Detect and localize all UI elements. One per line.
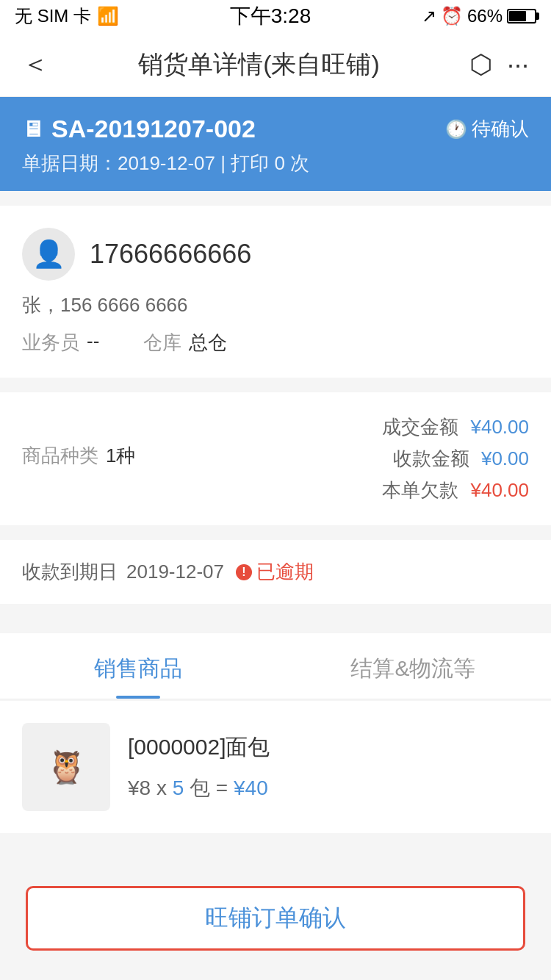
avatar: 👤 — [22, 228, 75, 281]
status-left: 无 SIM 卡 📶 — [15, 4, 119, 28]
amount-card: 商品种类 1种 成交金额 ¥40.00 收款金额 ¥0.00 本单欠款 ¥40.… — [0, 392, 551, 525]
due-date-card: 收款到期日 2019-12-07 ! 已逾期 — [0, 540, 551, 604]
alarm-icon: ⏰ — [441, 6, 463, 26]
table-row: 🦉 [0000002]面包 ¥8 x 5 包 = ¥40 — [0, 701, 551, 833]
salesperson-label: 业务员 — [22, 330, 79, 356]
product-title: 面包 — [226, 735, 270, 759]
clock-icon: 🕐 — [445, 119, 467, 140]
status-bar: 无 SIM 卡 📶 下午3:28 ↗ ⏰ 66% — [0, 0, 551, 32]
customer-card: 👤 17666666666 张，156 6666 6666 业务员 -- 仓库 … — [0, 206, 551, 378]
overdue-badge: ! 已逾期 — [236, 559, 314, 585]
back-button[interactable]: ＜ — [22, 46, 48, 82]
receipt-amount-value: ¥0.00 — [481, 447, 529, 470]
product-image: 🦉 — [22, 723, 110, 811]
product-info: [0000002]面包 ¥8 x 5 包 = ¥40 — [128, 732, 529, 802]
status-time: 下午3:28 — [230, 2, 311, 30]
receipt-amount-label: 收款金额 — [393, 446, 469, 472]
price-qty: 5 — [173, 777, 184, 799]
customer-name: 张，156 6666 6666 — [22, 292, 529, 318]
warehouse-label: 仓库 — [143, 330, 181, 356]
wifi-icon: 📶 — [97, 6, 119, 26]
order-header: 🖥 SA-20191207-002 🕐 待确认 单据日期：2019-12-07 … — [0, 97, 551, 191]
deal-amount-value: ¥40.00 — [470, 416, 529, 439]
divider-2 — [0, 604, 551, 619]
nav-bar: ＜ 销货单详情(来自旺铺) ⬡ ··· — [0, 32, 551, 97]
overdue-icon: ! — [236, 564, 252, 580]
battery-icon — [507, 9, 536, 24]
overdue-text: 已逾期 — [256, 559, 314, 585]
product-logo-icon: 🦉 — [46, 748, 87, 786]
due-date-label: 收款到期日 — [22, 559, 118, 585]
tab-sales-products-label: 销售商品 — [94, 656, 182, 680]
tab-bar: 销售商品 结算&物流等 — [0, 633, 551, 699]
price-unit: 包 — [190, 777, 210, 799]
deal-amount-label: 成交金额 — [382, 414, 458, 440]
share-icon[interactable]: ⬡ — [469, 49, 492, 80]
price-multiply: x — [156, 777, 173, 799]
order-meta: 单据日期：2019-12-07 | 打印 0 次 — [22, 151, 529, 176]
tab-sales-products[interactable]: 销售商品 — [0, 633, 276, 699]
order-id-text: SA-20191207-002 — [51, 115, 256, 143]
tab-settlement[interactable]: 结算&物流等 — [276, 633, 551, 699]
order-icon: 🖥 — [22, 117, 44, 142]
customer-meta: 业务员 -- 仓库 总仓 — [22, 330, 529, 356]
warehouse-value: 总仓 — [189, 330, 227, 356]
more-icon[interactable]: ··· — [507, 49, 529, 80]
battery-text: 66% — [467, 6, 503, 26]
order-status: 🕐 待确认 — [445, 116, 529, 142]
divider-1 — [0, 378, 551, 392]
page-title: 销货单详情(来自旺铺) — [138, 48, 380, 82]
price-equals: = — [216, 777, 234, 799]
confirm-btn-wrapper: 旺铺订单确认 — [26, 886, 525, 951]
product-price-formula: ¥8 x 5 包 = ¥40 — [128, 774, 529, 802]
price-total: ¥40 — [234, 777, 268, 799]
salesperson-value: -- — [87, 330, 99, 356]
nav-actions: ⬡ ··· — [469, 49, 529, 80]
product-type-value: 1种 — [106, 443, 135, 469]
debt-amount-label: 本单欠款 — [382, 478, 458, 503]
due-date-value: 2019-12-07 — [126, 561, 224, 583]
debt-amount-value: ¥40.00 — [470, 479, 529, 502]
order-status-text: 待确认 — [472, 116, 529, 142]
confirm-order-button[interactable]: 旺铺订单确认 — [26, 886, 525, 951]
product-type-label: 商品种类 — [22, 443, 98, 469]
product-name: [0000002]面包 — [128, 732, 529, 763]
amount-details: 成交金额 ¥40.00 收款金额 ¥0.00 本单欠款 ¥40.00 — [382, 414, 529, 503]
tab-settlement-label: 结算&物流等 — [350, 656, 475, 680]
location-icon: ↗ — [422, 6, 436, 26]
carrier-text: 无 SIM 卡 — [15, 4, 91, 28]
product-list: 🦉 [0000002]面包 ¥8 x 5 包 = ¥40 — [0, 701, 551, 833]
avatar-icon: 👤 — [32, 239, 65, 270]
price-amount: ¥8 — [128, 777, 151, 799]
customer-phone: 17666666666 — [90, 239, 251, 270]
status-right: ↗ ⏰ 66% — [422, 6, 536, 26]
order-id: 🖥 SA-20191207-002 — [22, 115, 256, 143]
product-code: [0000002] — [128, 735, 226, 759]
